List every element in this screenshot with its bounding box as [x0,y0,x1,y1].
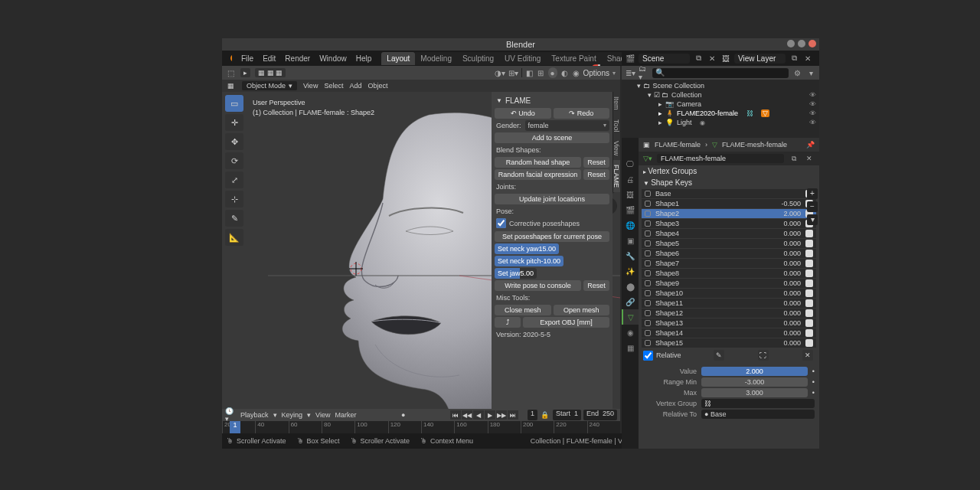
shading-rendered-icon[interactable]: ◉ [572,67,580,78]
export-icon[interactable]: ⤴ [495,317,521,328]
tl-keying[interactable]: Keying [282,411,303,419]
undo-button[interactable]: ↶ Undo [495,108,551,119]
sk-close-icon[interactable]: ✕ [802,350,813,361]
neck-yaw-slider[interactable]: Set neck yaw15.00 [495,243,559,254]
sk-remove-icon[interactable]: − [807,201,818,212]
shape-key-list[interactable]: BaseShape1-0.500Shape22.000Shape30.000Sh… [639,189,819,348]
delete-layer-icon[interactable]: ✕ [802,53,813,64]
shape-key-row[interactable]: Base [642,189,816,198]
mode-select[interactable]: Object Mode▾ [242,81,297,90]
ptab-physics[interactable]: ⬤ [622,279,639,294]
select-mode-icons[interactable]: ▦ ▦ ▦ [255,68,286,77]
outliner-scene-collection[interactable]: ▾ 🗀 Scene Collection [625,81,816,90]
autokey-icon[interactable]: ● [398,410,409,420]
jump-start-icon[interactable]: ⏮ [450,410,461,420]
tab-texture[interactable]: Texture Paint [546,52,601,65]
tool-move[interactable]: ✥ [225,133,243,150]
random-head-button[interactable]: Random head shape [495,157,581,168]
tool-select-box[interactable]: ▭ [225,95,243,112]
menu-object[interactable]: Object [368,82,387,90]
redo-button[interactable]: ↷ Redo [554,108,610,119]
next-key-icon[interactable]: ▶▶ [496,410,507,420]
sk-menu-icon[interactable]: ▾ [807,214,818,225]
lock-range-icon[interactable]: 🔒 [540,410,550,420]
ptab-data[interactable]: ▽ [622,309,639,325]
menu-file[interactable]: File [237,54,257,63]
play-icon[interactable]: ▶ [485,410,495,420]
unlink-data-icon[interactable]: ✕ [804,153,815,164]
outliner-item-flame[interactable]: ▸ 🧍 FLAME2020-female ⛓ ▽👁 [625,109,816,118]
sk-edit-icon[interactable]: ✎ [714,350,724,361]
shape-key-row[interactable]: Shape60.000 [642,249,816,258]
menu-edit[interactable]: Edit [259,54,279,63]
vtab-view[interactable]: View [612,136,620,160]
eye-icon[interactable]: 👁 [809,109,816,117]
vtab-tool[interactable]: Tool [612,115,620,137]
ptab-output[interactable]: 🖨 [622,172,639,187]
frame-current[interactable]: 1 [528,410,537,420]
menu-view[interactable]: View [303,82,318,90]
shading-matprev-icon[interactable]: ◐ [560,67,569,78]
outliner-editor-icon[interactable]: ≣▾ [625,67,635,78]
update-joints-button[interactable]: Update joint locations [495,194,609,204]
ptab-material[interactable]: ◉ [622,325,639,340]
timeline-editor-icon[interactable]: 🕓▾ [225,410,236,420]
neck-pitch-slider[interactable]: Set neck pitch-10.00 [495,256,564,266]
jaw-slider[interactable]: Set jaw5.00 [495,268,537,279]
tool-transform[interactable]: ⊹ [225,191,243,207]
frame-end[interactable]: End 250 [583,410,617,420]
shape-key-row[interactable]: Shape80.000 [642,269,816,278]
play-rev-icon[interactable]: ◀ [473,410,484,420]
ptab-modifier[interactable]: 🔧 [622,248,639,263]
menu-window[interactable]: Window [315,54,351,63]
maximize-button[interactable] [798,40,805,47]
tool-rotate[interactable]: ⟳ [225,152,243,169]
menu-add[interactable]: Add [349,82,361,90]
shape-key-row[interactable]: Shape130.000 [642,318,816,328]
outliner-collection[interactable]: ▾ ☑ 🗀 Collection👁 [625,90,816,100]
relative-check[interactable] [643,351,653,361]
ptab-object[interactable]: ▣ [622,233,639,248]
sk-range-max[interactable]: 3.000 [701,388,808,397]
eye-icon[interactable]: 👁 [809,91,816,99]
menu-select[interactable]: Select [324,82,343,90]
shape-key-row[interactable]: Shape150.000 [642,338,816,348]
eye-icon[interactable]: 👁 [809,119,816,126]
shape-key-row[interactable]: Shape1-0.500 [642,199,816,208]
reset-face-button[interactable]: Reset [583,169,609,180]
pin-icon[interactable]: 📌 [806,141,815,149]
prev-key-icon[interactable]: ◀◀ [462,410,472,420]
timeline-ruler[interactable]: 1 20 40 60 80 100 120 140 160 180 200 22… [222,421,620,433]
tl-view[interactable]: View [315,411,330,419]
sk-mute-icon[interactable]: ⛶ [758,350,769,361]
outliner-mode-icon[interactable]: 🗂▾ [639,67,649,78]
tab-uv[interactable]: UV Editing [499,52,546,65]
new-data-icon[interactable]: ⧉ [789,153,799,164]
export-button[interactable]: Export OBJ [mm] [523,317,609,328]
shape-key-row[interactable]: Shape40.000 [642,229,816,238]
shape-key-row[interactable]: Shape30.000 [642,219,816,228]
tab-modeling[interactable]: Modeling [415,52,457,65]
menu-help[interactable]: Help [352,54,376,63]
shape-key-row[interactable]: Shape140.000 [642,328,816,338]
sk-relative-to[interactable]: ● Base [701,410,815,419]
tab-layout[interactable]: Layout [381,52,415,65]
menu-render[interactable]: Render [281,54,314,63]
minimize-button[interactable] [787,40,795,47]
tool-scale[interactable]: ⤢ [225,172,243,188]
shape-key-row[interactable]: Shape70.000 [642,259,816,268]
gizmo-toggle-icon[interactable]: ◑▾ [495,67,505,78]
vertex-groups-section[interactable]: Vertex Groups [639,165,819,177]
ptab-texture[interactable]: ▦ [622,340,639,355]
close-button[interactable] [808,40,816,47]
tool-annotate[interactable]: ✎ [225,210,243,227]
corrective-check[interactable]: Corrective poseshapes [495,217,609,230]
overlay-toggle-icon[interactable]: ⊞▾ [508,67,518,78]
shape-key-row[interactable]: Shape22.000 [642,209,816,218]
tl-playback[interactable]: Playback [240,411,269,419]
flame-panel-header[interactable]: FLAME [495,95,609,106]
add-to-scene-button[interactable]: Add to scene [495,132,609,143]
tool-measure[interactable]: 📐 [225,229,243,246]
new-scene-icon[interactable]: ⧉ [693,53,704,64]
sk-add-icon[interactable]: + [807,188,818,199]
